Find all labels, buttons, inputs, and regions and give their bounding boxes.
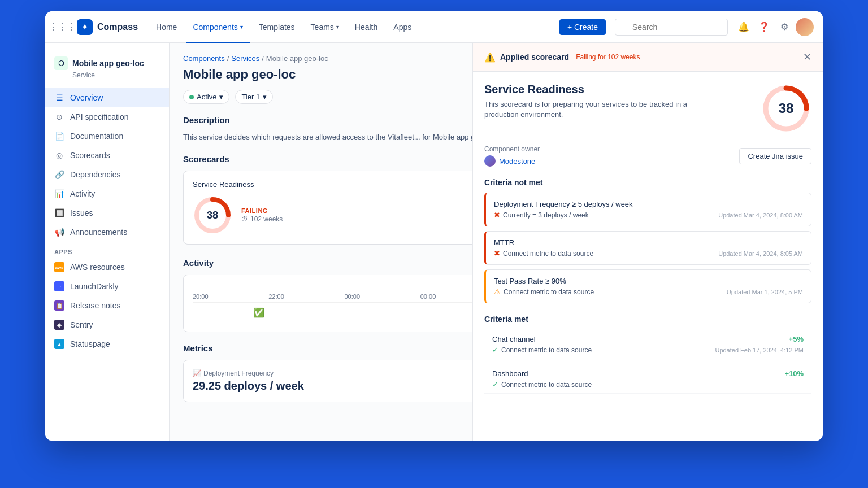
sidebar-item-statuspage[interactable]: ▲ Statuspage <box>45 334 169 354</box>
nav-item-apps[interactable]: Apps <box>387 11 418 43</box>
clock-icon: ⏱ <box>241 215 248 223</box>
issues-icon: 🔲 <box>54 208 64 218</box>
panel-close-button[interactable]: ✕ <box>803 51 811 63</box>
sidebar-item-launchdarkly[interactable]: → LaunchDarkly <box>45 277 169 296</box>
sidebar-service-info: ⬡ Mobile app geo-loc Service <box>45 52 169 88</box>
nav-logo: ✦ Compass <box>77 19 138 35</box>
nav-item-components[interactable]: Components ▾ <box>186 11 249 43</box>
dependencies-icon: 🔗 <box>54 169 64 180</box>
criteria-item-status-1: ✖ Currently = 3 deploys / week <box>494 211 589 219</box>
compass-logo-icon: ✦ <box>77 19 93 35</box>
criteria-item-status-3: ⚠ Connect metric to data source <box>494 287 594 296</box>
activity-icon: 📊 <box>54 189 64 199</box>
criteria-met-name-2: Dashboard <box>492 369 528 378</box>
panel-description: This scorecard is for preparing your ser… <box>484 99 710 120</box>
tier-chevron: ▾ <box>263 93 267 101</box>
overview-icon: ☰ <box>54 93 64 103</box>
docs-icon: 📄 <box>54 131 64 141</box>
sidebar-item-announcements[interactable]: 📢 Announcements <box>45 223 169 242</box>
error-icon-2: ✖ <box>494 249 500 258</box>
breadcrumb-services[interactable]: Services <box>231 54 259 63</box>
scorecard-time: ⏱ 102 weeks <box>241 215 283 223</box>
sidebar-item-documentation[interactable]: 📄 Documentation <box>45 127 169 146</box>
metric-name-1: 📈 Deployment Frequency <box>193 369 483 377</box>
panel-warning-icon: ⚠️ <box>484 52 496 63</box>
check-icon-2: ✓ <box>492 380 498 389</box>
sidebar-item-sentry[interactable]: ◈ Sentry <box>45 315 169 334</box>
nav-item-templates[interactable]: Templates <box>252 11 302 43</box>
grid-icon[interactable]: ⋮⋮⋮ <box>54 19 70 35</box>
nav-logo-text: Compass <box>97 22 138 32</box>
settings-button[interactable]: ⚙ <box>775 18 793 36</box>
release-notes-icon: 📋 <box>54 300 64 311</box>
criteria-met-date-1: Updated Feb 17, 2024, 4:12 PM <box>715 347 804 354</box>
panel-header-subtitle: Failing for 102 weeks <box>576 53 640 61</box>
status-badge[interactable]: Active ▾ <box>183 90 229 104</box>
launchdarkly-icon: → <box>54 281 64 291</box>
panel-header-left: ⚠️ Applied scorecard Failing for 102 wee… <box>484 52 640 63</box>
criteria-met-status-1: ✓ Connect metric to data source <box>492 346 592 354</box>
time-label-3: 00:00 <box>345 293 420 300</box>
search-input[interactable] <box>615 19 728 36</box>
criteria-item-status-2: ✖ Connect metric to data source <box>494 249 593 258</box>
user-avatar[interactable] <box>796 18 814 36</box>
error-icon-1: ✖ <box>494 211 500 219</box>
criteria-item-date-3: Updated Mar 1, 2024, 5 PM <box>727 289 803 295</box>
create-button[interactable]: + Create <box>559 19 606 35</box>
criteria-met-header-2: Dashboard +10% <box>492 369 804 378</box>
panel-header-title: Applied scorecard <box>500 53 569 62</box>
scorecard-body: 38 FAILING ⏱ 102 weeks <box>193 195 483 235</box>
sidebar-item-dependencies[interactable]: 🔗 Dependencies <box>45 165 169 184</box>
breadcrumb-current: Mobile app geo-loc <box>266 54 328 63</box>
owner-value[interactable]: Modestone <box>484 155 540 167</box>
criteria-not-met-section: Criteria not met Deployment Frequency ≥ … <box>484 178 811 303</box>
criteria-item-detail-2: ✖ Connect metric to data source Updated … <box>494 249 803 258</box>
status-chevron: ▾ <box>219 93 223 101</box>
sidebar-item-api-spec[interactable]: ⊙ API specification <box>45 107 169 127</box>
metric-card-deployment[interactable]: 📈 Deployment Frequency 29.25 deploys / w… <box>183 360 493 402</box>
criteria-not-met-title: Criteria not met <box>484 178 811 187</box>
criteria-item-deployment-freq: Deployment Frequency ≥ 5 deploys / week … <box>484 193 811 226</box>
score-circle: 38 <box>193 195 232 235</box>
sidebar-item-issues[interactable]: 🔲 Issues <box>45 203 169 223</box>
criteria-met-title: Criteria met <box>484 315 811 324</box>
sentry-icon: ◈ <box>54 320 64 330</box>
criteria-item-date-1: Updated Mar 4, 2024, 8:00 AM <box>718 212 803 219</box>
warning-icon-sm: ⚠ <box>494 287 501 296</box>
panel-score-number: 38 <box>779 101 794 116</box>
owner-label: Component owner <box>484 145 540 153</box>
statuspage-icon: ▲ <box>54 339 64 349</box>
panel-score-section: Service Readiness This scorecard is for … <box>484 83 811 134</box>
criteria-met-name-1: Chat channel <box>492 335 536 343</box>
criteria-item-name-1: Deployment Frequency ≥ 5 deploys / week <box>494 200 803 208</box>
sidebar-item-activity[interactable]: 📊 Activity <box>45 184 169 203</box>
tier-badge[interactable]: Tier 1 ▾ <box>235 90 273 104</box>
criteria-item-name-3: Test Pass Rate ≥ 90% <box>494 277 803 285</box>
sidebar-item-overview[interactable]: ☰ Overview <box>45 88 169 107</box>
nav-item-health[interactable]: Health <box>348 11 384 43</box>
criteria-item-name-2: MTTR <box>494 238 803 247</box>
sidebar-item-aws[interactable]: aws AWS resources <box>45 258 169 277</box>
sidebar-item-scorecards[interactable]: ◎ Scorecards <box>45 146 169 165</box>
sidebar-service-type: Service <box>54 71 160 79</box>
announcements-icon: 📢 <box>54 227 64 237</box>
criteria-met-score-2: +10% <box>784 369 804 378</box>
help-button[interactable]: ❓ <box>755 18 773 36</box>
chart-icon: 📈 <box>193 369 201 377</box>
notifications-button[interactable]: 🔔 <box>735 18 753 36</box>
breadcrumb-components[interactable]: Components <box>183 54 225 63</box>
top-nav: ⋮⋮⋮ ✦ Compass Home Components ▾ Template… <box>45 11 823 43</box>
scorecard-status-block: FAILING ⏱ 102 weeks <box>241 207 283 223</box>
criteria-met-item-dashboard: Dashboard +10% ✓ Connect metric to data … <box>484 364 811 394</box>
criteria-item-mttr: MTTR ✖ Connect metric to data source Upd… <box>484 231 811 265</box>
panel-header: ⚠️ Applied scorecard Failing for 102 wee… <box>473 43 823 72</box>
time-label-2: 22:00 <box>268 293 344 300</box>
criteria-item-detail-1: ✖ Currently = 3 deploys / week Updated M… <box>494 211 803 219</box>
criteria-met-score-1: +5% <box>789 335 804 343</box>
create-jira-issue-button[interactable]: Create Jira issue <box>739 148 811 164</box>
nav-item-home[interactable]: Home <box>149 11 184 43</box>
sidebar-item-release-notes[interactable]: 📋 Release notes <box>45 296 169 315</box>
panel-score-info: Service Readiness This scorecard is for … <box>484 83 761 120</box>
scorecard-card-service-readiness[interactable]: Service Readiness 38 FAILING <box>183 171 493 245</box>
nav-item-teams[interactable]: Teams ▾ <box>304 11 346 43</box>
